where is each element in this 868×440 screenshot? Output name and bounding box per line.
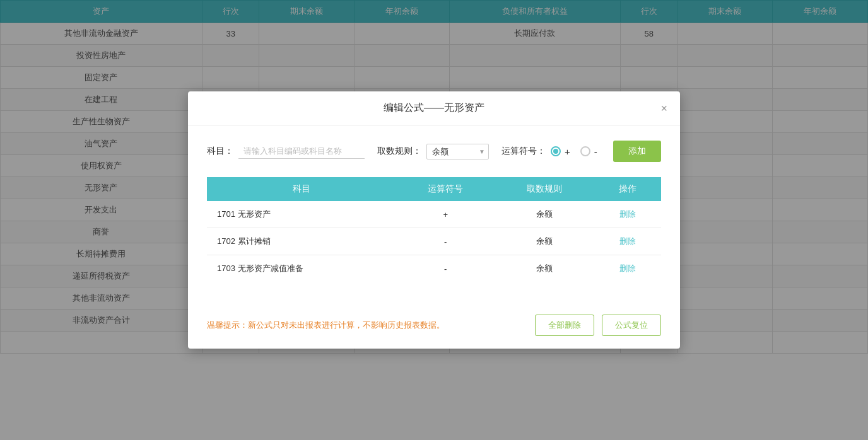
formula-rule-cell: 余额 bbox=[495, 228, 594, 255]
add-button[interactable]: 添加 bbox=[613, 141, 661, 162]
subject-group: 科目： bbox=[207, 144, 365, 159]
modal-close-button[interactable]: × bbox=[658, 100, 670, 117]
operator-plus-label: + bbox=[565, 146, 570, 157]
delete-row-0-button[interactable]: 删除 bbox=[619, 209, 636, 220]
subject-label: 科目： bbox=[207, 146, 233, 157]
rule-label: 取数规则： bbox=[377, 146, 421, 157]
operator-label: 运算符号： bbox=[501, 146, 546, 157]
formula-subject-cell: 1703 无形资产减值准备 bbox=[207, 255, 396, 282]
formula-rule-cell: 余额 bbox=[495, 255, 594, 282]
formula-subject-cell: 1702 累计摊销 bbox=[207, 228, 396, 255]
operator-plus-radio-dot bbox=[553, 149, 558, 154]
subject-input[interactable] bbox=[238, 144, 365, 159]
delete-row-2-button[interactable]: 删除 bbox=[619, 263, 636, 274]
formula-operator-cell: + bbox=[396, 201, 495, 228]
formula-rule-cell: 余额 bbox=[495, 201, 594, 228]
footer-buttons: 全部删除 公式复位 bbox=[535, 315, 661, 336]
reset-formula-button[interactable]: 公式复位 bbox=[602, 315, 661, 336]
formula-table-row: 1703 无形资产减值准备-余额删除 bbox=[207, 255, 661, 282]
operator-minus-radio[interactable]: - bbox=[580, 146, 597, 157]
delete-all-button[interactable]: 全部删除 bbox=[535, 315, 594, 336]
operator-plus-radio-circle bbox=[551, 146, 561, 156]
modal-footer: 温馨提示：新公式只对未出报表进行计算，不影响历史报表数据。 全部删除 公式复位 bbox=[188, 307, 680, 349]
formula-header-cell: 科目 bbox=[207, 177, 396, 201]
rule-group: 取数规则： 余额 借方 贷方 借方发生额 贷方发生额 ▼ bbox=[377, 144, 489, 159]
formula-subject-cell: 1701 无形资产 bbox=[207, 201, 396, 228]
formula-operator-cell: - bbox=[396, 255, 495, 282]
formula-header-cell: 操作 bbox=[594, 177, 661, 201]
formula-header-cell: 运算符号 bbox=[396, 177, 495, 201]
formula-header-cell: 取数规则 bbox=[495, 177, 594, 201]
operator-radio-group: + - bbox=[551, 146, 597, 157]
formula-table-row: 1701 无形资产+余额删除 bbox=[207, 201, 661, 228]
formula-table: 科目运算符号取数规则操作 1701 无形资产+余额删除1702 累计摊销-余额删… bbox=[207, 177, 661, 282]
operator-plus-radio[interactable]: + bbox=[551, 146, 570, 157]
formula-table-header-row: 科目运算符号取数规则操作 bbox=[207, 177, 661, 201]
modal-body: 科目： 取数规则： 余额 借方 贷方 借方发生额 贷方发生额 ▼ bbox=[188, 125, 680, 307]
rule-select-wrap: 余额 借方 贷方 借方发生额 贷方发生额 ▼ bbox=[426, 144, 489, 159]
form-row: 科目： 取数规则： 余额 借方 贷方 借方发生额 贷方发生额 ▼ bbox=[207, 141, 661, 162]
formula-table-row: 1702 累计摊销-余额删除 bbox=[207, 228, 661, 255]
modal-header: 编辑公式——无形资产 × bbox=[188, 91, 680, 125]
operator-group: 运算符号： + - bbox=[501, 146, 597, 157]
formula-table-head: 科目运算符号取数规则操作 bbox=[207, 177, 661, 201]
operator-minus-label: - bbox=[594, 146, 597, 157]
formula-action-cell: 删除 bbox=[594, 255, 661, 282]
operator-minus-radio-circle bbox=[580, 146, 590, 156]
modal-title: 编辑公式——无形资产 bbox=[384, 102, 484, 113]
modal-overlay: 编辑公式——无形资产 × 科目： 取数规则： 余额 借方 贷方 bbox=[0, 0, 868, 440]
modal-dialog: 编辑公式——无形资产 × 科目： 取数规则： 余额 借方 贷方 bbox=[188, 91, 680, 349]
footer-tip: 温馨提示：新公式只对未出报表进行计算，不影响历史报表数据。 bbox=[207, 320, 445, 331]
formula-action-cell: 删除 bbox=[594, 201, 661, 228]
formula-table-body: 1701 无形资产+余额删除1702 累计摊销-余额删除1703 无形资产减值准… bbox=[207, 201, 661, 282]
delete-row-1-button[interactable]: 删除 bbox=[619, 236, 636, 247]
rule-select[interactable]: 余额 借方 贷方 借方发生额 贷方发生额 bbox=[426, 144, 489, 159]
formula-operator-cell: - bbox=[396, 228, 495, 255]
formula-action-cell: 删除 bbox=[594, 228, 661, 255]
